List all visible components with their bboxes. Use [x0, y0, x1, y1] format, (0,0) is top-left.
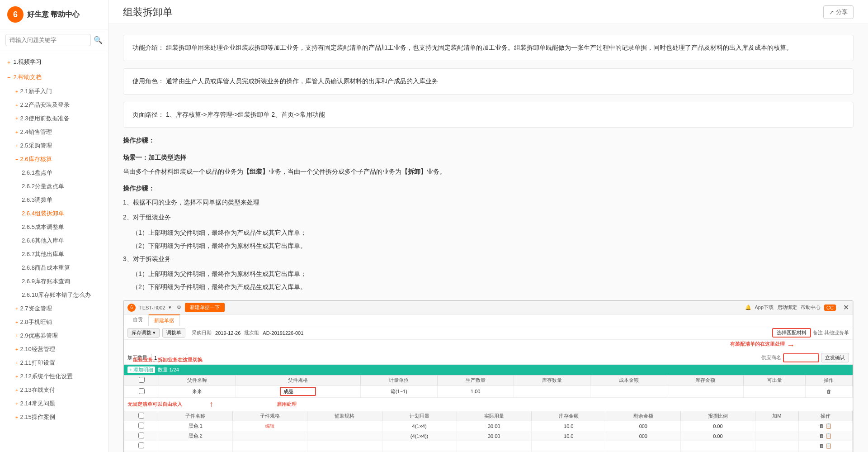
- th-avail: 可出量: [744, 376, 806, 385]
- th-checkbox-input[interactable]: [139, 377, 145, 383]
- sidebar-item-ledger-query[interactable]: 2.6.9库存账本查询: [0, 275, 108, 288]
- mock-table-top: 父件名称 父件规格 计量单位 生产数量 库存数量 成本金额 库存金额 可出量 操…: [124, 375, 853, 398]
- mock-btn-new[interactable]: 新建单据一下: [185, 303, 225, 312]
- th-b-plan-qty: 计划用量: [382, 411, 457, 421]
- mock-btn-list[interactable]: 调拨单: [162, 328, 185, 338]
- cb3[interactable]: [138, 442, 144, 448]
- cb1[interactable]: [138, 423, 144, 428]
- mock-appdownload: App下载: [755, 304, 774, 311]
- mock-cc: CC: [824, 305, 836, 311]
- th-b-child-spec: 子件规格: [233, 411, 307, 421]
- sidebar-item-video-learning[interactable]: + 1.视频学习: [0, 55, 108, 69]
- annotation-red-label: 编辑: [265, 423, 274, 428]
- td-checkbox: [124, 385, 159, 398]
- mock-table-top-container: 父件名称 父件规格 计量单位 生产数量 库存数量 成本金额 库存金额 可出量 操…: [124, 375, 853, 398]
- sidebar-item-stocktake[interactable]: 2.6.1盘点单: [0, 166, 108, 180]
- search-input[interactable]: [5, 34, 91, 46]
- cb2[interactable]: [138, 433, 144, 438]
- sidebar-item-help-docs[interactable]: − 2.帮助文档: [0, 70, 108, 85]
- sidebar-item-cost-adj[interactable]: 2.6.5成本调整单: [0, 220, 108, 234]
- role-text: 通常由生产人员或库管人员完成拆装业务的操作，库管人员确认原材料的出库和产成品的入…: [166, 77, 438, 85]
- nav-group-label: 2.帮助文档: [14, 73, 42, 81]
- sidebar-item-finance[interactable]: +2.7资金管理: [0, 302, 108, 315]
- td-stock-qty: [514, 385, 590, 398]
- sidebar-item-mobile[interactable]: +2.8手机旺铺: [0, 315, 108, 329]
- td-checkbox-input[interactable]: [139, 388, 145, 394]
- role-box: 使用角色： 通常由生产人员或库管人员完成拆装业务的操作，库管人员确认原材料的出库…: [123, 68, 854, 95]
- sidebar-item-data-prep[interactable]: +2.3使用前数据准备: [0, 112, 108, 125]
- sidebar-item-ledger-fix[interactable]: 2.6.10库存账本错了怎么办: [0, 288, 108, 302]
- mock-shop-label: 供应商名: [761, 354, 781, 361]
- annotation-row-table: 无固定清单可以自由录入 ↑ 启用处理: [124, 398, 853, 411]
- path-label: 页面路径：: [132, 111, 164, 118]
- search-icon[interactable]: 🔍: [94, 36, 103, 44]
- th-b-checkbox-input[interactable]: [138, 413, 144, 419]
- arrow-icon-1: →: [787, 341, 795, 350]
- mock-topbar: 6 TEST-H002 ▾ ⚙ 新建单据一下 🔔 App下载 启动绑定 帮助中心…: [124, 301, 853, 314]
- table-row: 黑色 2 (4(1×4))30.0010.00000.00🗑 📋: [124, 431, 853, 441]
- mock-tab-home[interactable]: 自贡: [127, 314, 149, 326]
- mock-table-bottom: 子件名称 子件规格 辅助规格 计划用量 实际用量 库存金额 剩余金额 报损比例 …: [124, 411, 853, 452]
- mock-section-area: + 添加明细 数量 1/24 组装业务、拆卸业务在这里切换: [124, 365, 853, 375]
- mock-form-toolbar: 库存调拨 ▾ 调拨单 采购日期 2019-12-26 批次组 AD-201912…: [124, 326, 853, 340]
- sidebar-item-faq[interactable]: +2.14常见问题: [0, 397, 108, 410]
- sidebar-item-install[interactable]: +2.2产品安装及登录: [0, 98, 108, 112]
- mock-shop-input[interactable]: [783, 353, 819, 362]
- mock-tab-new[interactable]: 新建单据: [149, 314, 180, 326]
- sidebar-item-cases[interactable]: +2.15操作案例: [0, 410, 108, 424]
- sidebar-item-other-in[interactable]: 2.6.6其他入库单: [0, 234, 108, 247]
- screenshot-inner: 6 TEST-H002 ▾ ⚙ 新建单据一下 🔔 App下载 启动绑定 帮助中心…: [123, 300, 853, 452]
- sidebar-item-newbie[interactable]: +2.1新手入门: [0, 85, 108, 98]
- mock-confirm-btn[interactable]: 立发确认: [821, 353, 849, 362]
- mock-btn-save[interactable]: 库存调拨 ▾: [127, 328, 160, 338]
- sidebar-item-partial-stocktake[interactable]: 2.6.2分量盘点单: [0, 180, 108, 193]
- sidebar-item-inventory[interactable]: −2.6库存核算: [0, 152, 108, 166]
- sidebar-item-sales[interactable]: +2.4销售管理: [0, 125, 108, 139]
- sidebar-item-ops[interactable]: +2.10经营管理: [0, 343, 108, 356]
- th-cost-amt: 成本金额: [590, 376, 667, 385]
- mock-sub-form: 加工数量 供应商名 立发确认: [124, 351, 853, 365]
- mock-close-icon[interactable]: ✕: [843, 303, 849, 312]
- sidebar-item-cost-recalc[interactable]: 2.6.8商品成本重算: [0, 261, 108, 275]
- mock-section-add[interactable]: + 添加明细: [127, 366, 155, 373]
- path-box: 页面路径： 1、库存核算->库存管理->组装拆卸单 2、首页->常用功能: [123, 102, 854, 128]
- sidebar-item-payment[interactable]: +2.13在线支付: [0, 383, 108, 397]
- content-area: 功能介绍： 组装拆卸单用来处理企业组装或拆卸等加工业务，支持有固定装配清单的产品…: [108, 24, 868, 452]
- sidebar-item-other-out[interactable]: 2.6.7其他出库单: [0, 247, 108, 261]
- th-prod-qty: 生产数量: [437, 376, 514, 385]
- nav-group-2: − 2.帮助文档 +2.1新手入门 +2.2产品安装及登录 +2.3使用前数据准…: [0, 70, 108, 424]
- step-1: 1、根据不同的业务，选择不同单据的类型来处理: [123, 197, 854, 208]
- share-button[interactable]: ↗ 分享: [823, 5, 854, 19]
- annotation-enable: 启用处理: [277, 401, 297, 408]
- annotation-row-1: 有装配清单的在这里处理 →: [124, 340, 853, 351]
- annotation-text-3: 无固定清单可以自由录入: [127, 401, 182, 408]
- sidebar-header: 6 好生意 帮助中心: [0, 0, 108, 29]
- annotation-text-1: 有装配清单的在这里处理: [730, 341, 785, 350]
- td-spec-input[interactable]: [280, 387, 316, 396]
- sidebar-item-purchase[interactable]: +2.5采购管理: [0, 139, 108, 152]
- annotation-text-2: 组装业务、拆卸业务在这里切换: [133, 357, 203, 363]
- top-bar: 组装拆卸单 ↗ 分享: [108, 0, 868, 24]
- sidebar-item-assembly[interactable]: 2.6.4组装拆卸单: [0, 207, 108, 220]
- mock-bell-icon: 🔔: [745, 305, 751, 310]
- role-label: 使用角色：: [132, 77, 164, 85]
- sidebar-item-transfer[interactable]: 2.6.3调拨单: [0, 193, 108, 207]
- th-b-aux-spec: 辅助规格: [307, 411, 382, 421]
- mock-btn-match[interactable]: 选择匹配材料: [772, 328, 811, 338]
- app-title: 好生意 帮助中心: [27, 10, 80, 19]
- sidebar-item-coupon[interactable]: +2.9优惠券管理: [0, 329, 108, 343]
- th-b-child-name: 子件名称: [158, 411, 233, 421]
- sidebar-item-personalize[interactable]: +2.12系统个性化设置: [0, 370, 108, 383]
- th-b-loss: 报损比例: [680, 411, 755, 421]
- collapse-icon: −: [7, 74, 11, 81]
- th-b-stock-amt: 库存金额: [531, 411, 606, 421]
- step-2: 2、对于组装业务: [123, 212, 854, 223]
- mock-date-label: 采购日期: [192, 329, 212, 336]
- table-row: 米米 箱(1~1) 1.00 🗑: [124, 385, 853, 398]
- sidebar-item-print[interactable]: +2.11打印设置: [0, 356, 108, 370]
- mock-app: 6 TEST-H002 ▾ ⚙ 新建单据一下 🔔 App下载 启动绑定 帮助中心…: [123, 300, 853, 452]
- mock-date-value: 2019-12-26: [215, 330, 241, 336]
- scene1-label: 场景一：加工类型选择: [123, 152, 854, 163]
- th-parent-name: 父件名称: [159, 376, 236, 385]
- td-stock-amt: [667, 385, 743, 398]
